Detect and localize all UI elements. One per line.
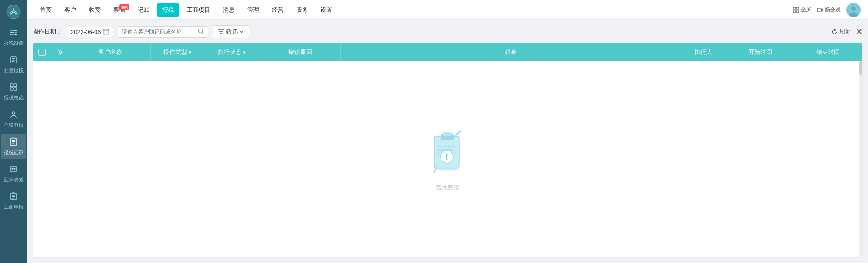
th-customer-name: 客户名称 bbox=[69, 43, 151, 61]
svg-point-38 bbox=[851, 6, 856, 11]
search-box[interactable] bbox=[118, 26, 208, 38]
svg-rect-12 bbox=[12, 56, 15, 57]
th-checkbox[interactable] bbox=[33, 43, 51, 61]
svg-point-6 bbox=[14, 32, 16, 34]
fullscreen-icon bbox=[793, 7, 799, 13]
avatar-image bbox=[846, 3, 861, 17]
sort-icon: ▼ bbox=[188, 50, 192, 55]
new-badge: new bbox=[119, 4, 129, 10]
top-navigation: 首页 客户 收费 票据 new 记账 报税 工商项目 消息 bbox=[27, 0, 868, 20]
sidebar-item-baoshui-jilu[interactable]: 报税记录 bbox=[1, 134, 26, 159]
sidebar: 报税设置 批量报税 报税总览 bbox=[0, 0, 27, 263]
svg-rect-34 bbox=[793, 11, 796, 13]
th-executor: 执行人 bbox=[681, 43, 726, 61]
svg-rect-14 bbox=[14, 84, 17, 87]
svg-rect-28 bbox=[12, 195, 15, 196]
data-table: 客户名称 操作类型 ▼ 执行状态 ▼ 错误原因 税种 执行人 bbox=[33, 43, 863, 258]
batch-tax-icon bbox=[9, 55, 18, 67]
filter-button[interactable]: 筛选 bbox=[213, 25, 249, 38]
svg-point-7 bbox=[12, 34, 14, 36]
toolbar-right: 刷新 ✕ bbox=[831, 28, 863, 36]
svg-line-55 bbox=[456, 131, 460, 136]
date-picker[interactable]: 2023-06-06 bbox=[67, 27, 113, 37]
scrollbar-thumb[interactable] bbox=[859, 61, 862, 75]
video-icon bbox=[817, 7, 823, 13]
svg-text:+: + bbox=[15, 114, 17, 117]
empty-text: 暂无数据 bbox=[436, 183, 460, 191]
filter-icon bbox=[218, 29, 224, 35]
sidebar-item-huisuan-jiaona[interactable]: 汇算清缴 bbox=[1, 161, 26, 186]
svg-rect-35 bbox=[796, 11, 799, 13]
overview-icon bbox=[9, 83, 18, 94]
nav-item-customer[interactable]: 客户 bbox=[59, 3, 82, 17]
svg-point-0 bbox=[7, 5, 20, 19]
nav-item-shoufei[interactable]: 收费 bbox=[83, 3, 106, 17]
svg-rect-51 bbox=[437, 149, 453, 151]
svg-line-45 bbox=[202, 32, 204, 34]
svg-rect-23 bbox=[12, 137, 15, 139]
th-execution-status[interactable]: 执行状态 ▼ bbox=[205, 43, 259, 61]
sidebar-item-label: 报税记录 bbox=[4, 150, 24, 156]
close-button[interactable]: ✕ bbox=[856, 28, 863, 36]
nav-item-fuwu[interactable]: 服务 bbox=[291, 3, 313, 17]
nav-items: 首页 客户 收费 票据 new 记账 报税 工商项目 消息 bbox=[34, 3, 793, 17]
calendar-icon bbox=[103, 29, 109, 35]
table-header: 客户名称 操作类型 ▼ 执行状态 ▼ 错误原因 税种 执行人 bbox=[33, 43, 862, 61]
sidebar-item-label: 工商年报 bbox=[4, 204, 24, 210]
search-input[interactable] bbox=[122, 29, 198, 35]
nav-item-baoshui[interactable]: 报税 bbox=[157, 3, 179, 17]
member-button[interactable]: 畅会员 bbox=[817, 6, 841, 14]
nav-item-jizhang[interactable]: 记账 bbox=[132, 3, 155, 17]
sidebar-item-piliang-baoshui[interactable]: 批量报税 bbox=[1, 52, 26, 77]
svg-rect-30 bbox=[12, 198, 14, 199]
svg-rect-13 bbox=[10, 84, 13, 87]
svg-rect-22 bbox=[12, 143, 14, 144]
sidebar-item-label: 批量报税 bbox=[4, 68, 24, 73]
main-content: 首页 客户 收费 票据 new 记账 报税 工商项目 消息 bbox=[27, 0, 868, 263]
svg-rect-40 bbox=[103, 29, 109, 34]
app-logo[interactable] bbox=[5, 4, 22, 20]
table-body: ! 暂无数据 bbox=[33, 61, 862, 257]
nav-item-shezhi[interactable]: 设置 bbox=[315, 3, 338, 17]
empty-state: ! 暂无数据 bbox=[414, 114, 482, 205]
svg-rect-36 bbox=[817, 8, 821, 12]
svg-point-57 bbox=[436, 167, 458, 171]
sidebar-item-label: 汇算清缴 bbox=[4, 177, 24, 183]
annual-report-icon bbox=[9, 192, 18, 203]
svg-point-46 bbox=[59, 51, 61, 54]
fullscreen-button[interactable]: 全屏 bbox=[793, 6, 811, 14]
settings-col-icon bbox=[57, 49, 64, 56]
settings-icon bbox=[9, 28, 18, 39]
nav-item-home[interactable]: 首页 bbox=[34, 3, 57, 17]
search-icon[interactable] bbox=[198, 28, 204, 36]
nav-item-jingying[interactable]: 经营 bbox=[266, 3, 289, 17]
nav-item-xiaoxi[interactable]: 消息 bbox=[217, 3, 240, 17]
nav-item-guanli[interactable]: 管理 bbox=[242, 3, 264, 17]
th-operation-type[interactable]: 操作类型 ▼ bbox=[151, 43, 205, 61]
svg-rect-10 bbox=[12, 60, 15, 61]
sidebar-item-geshui-shenbao[interactable]: + 个税申报 bbox=[1, 107, 26, 132]
svg-rect-24 bbox=[10, 167, 17, 171]
svg-rect-16 bbox=[14, 88, 17, 90]
nav-item-piaoju[interactable]: 票据 new bbox=[108, 3, 130, 17]
page-content: 操作日期： 2023-06-06 bbox=[27, 20, 868, 263]
nav-item-gongshang[interactable]: 工商项目 bbox=[181, 3, 216, 17]
svg-rect-20 bbox=[12, 140, 15, 141]
sidebar-item-gongshang-nianbao[interactable]: 工商年报 bbox=[1, 188, 26, 214]
sidebar-item-label: 个税申报 bbox=[4, 122, 24, 128]
svg-rect-29 bbox=[12, 196, 15, 197]
select-all-checkbox[interactable] bbox=[38, 49, 46, 56]
sidebar-item-baoshui-shezhi[interactable]: 报税设置 bbox=[1, 24, 26, 50]
avatar[interactable] bbox=[846, 3, 861, 17]
records-icon bbox=[9, 137, 18, 149]
scrollbar[interactable] bbox=[859, 61, 862, 257]
refresh-button[interactable]: 刷新 bbox=[831, 28, 851, 36]
sidebar-item-baoshui-zonlan[interactable]: 报税总览 bbox=[1, 79, 26, 104]
date-label: 操作日期： bbox=[33, 28, 62, 36]
svg-rect-49 bbox=[443, 132, 452, 136]
svg-rect-21 bbox=[12, 141, 15, 142]
refresh-icon bbox=[831, 29, 838, 35]
svg-rect-31 bbox=[12, 192, 15, 194]
person-tax-icon: + bbox=[9, 110, 18, 122]
th-error-reason: 错误原因 bbox=[259, 43, 341, 61]
